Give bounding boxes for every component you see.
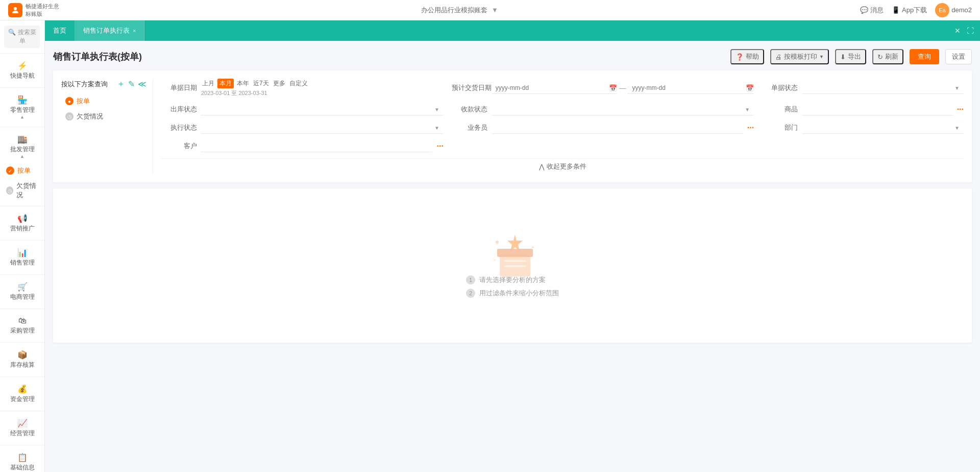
receipt-status-select-wrapper: ▼ (492, 103, 754, 115)
sidebar-item-ecommerce[interactable]: 🛒 电商管理 (0, 278, 44, 305)
filter-row-3: 执行状态 ▼ 业务员 (161, 122, 964, 134)
date-shortcut-7days[interactable]: 近7天 (252, 79, 270, 88)
out-status-select[interactable] (201, 103, 444, 115)
add-scheme-icon[interactable]: ＋ (117, 79, 125, 89)
status-select[interactable] (802, 82, 964, 94)
date-shortcut-this-year[interactable]: 本年 (236, 79, 250, 88)
expected-date-end-input[interactable] (628, 82, 754, 94)
customer-ellipsis-btn[interactable]: ··· (436, 141, 443, 151)
app-download-action[interactable]: 📱 App下载 (892, 6, 927, 15)
breadcrumb: 办公用品行业模拟账套 (421, 6, 487, 15)
top-header: 畅捷通好生意 标账版 办公用品行业模拟账套 ▼ 💬 消息 📱 App下载 Ea … (0, 0, 980, 20)
sales-section: 📊 销售管理 (0, 241, 44, 275)
download-icon: 📱 (892, 6, 900, 14)
filter-option-arrears[interactable]: ◷ 欠货情况 (61, 109, 146, 124)
finance-icon: 💰 (17, 384, 28, 394)
dept-select[interactable] (802, 122, 964, 134)
svg-point-8 (494, 259, 496, 261)
sidebar-item-sales-mgmt[interactable]: 📊 销售管理 (0, 244, 44, 271)
date-shortcuts: 上月 本月 本年 近7天 更多 自定义 (201, 79, 444, 88)
arrears-scheme-icon: ◷ (65, 112, 74, 121)
refresh-button[interactable]: ↻ 刷新 (872, 49, 903, 64)
empty-step-2: 2 用过滤条件来缩小分析范围 (466, 289, 559, 298)
filter-row-4: 客户 ··· (161, 140, 964, 152)
sidebar-item-basic-info[interactable]: 📋 基础信息 (0, 449, 44, 472)
user-profile[interactable]: Ea demo2 (935, 3, 972, 17)
date-shortcut-last-month[interactable]: 上月 (201, 79, 215, 88)
purchase-section: 🛍 采购管理 (0, 309, 44, 343)
retail-arrow: ▲ (20, 114, 24, 120)
message-action[interactable]: 💬 消息 (860, 6, 884, 15)
svg-point-0 (14, 7, 17, 10)
collapse-sidebar-icon[interactable]: ≪ (138, 79, 146, 89)
marketing-icon: 📢 (17, 214, 28, 223)
date-shortcut-custom[interactable]: 自定义 (288, 79, 309, 88)
filter-sidebar-actions: ＋ ✎ ≪ (117, 79, 146, 89)
page-header-actions: ❓ 帮助 🖨 按模板打印 ▼ ⬇ 导出 ↻ 刷新 (730, 49, 972, 64)
svg-point-6 (496, 241, 499, 244)
wholesale-icon: 🏬 (17, 134, 28, 144)
tab-close-icon[interactable]: × (133, 28, 136, 34)
calendar-start-icon[interactable]: 📅 (609, 84, 617, 92)
expected-date-label: 预计交货日期 (452, 83, 487, 92)
print-button[interactable]: 🖨 按模板打印 ▼ (770, 49, 829, 64)
sidebar-sub-order[interactable]: ✓ 按单 (0, 163, 44, 178)
basic-info-section: 📋 基础信息 (0, 445, 44, 472)
salesperson-label: 业务员 (452, 123, 487, 132)
receipt-status-label: 收款状态 (452, 105, 487, 114)
sidebar-item-inventory[interactable]: 📦 库存核算 (0, 346, 44, 373)
sidebar-item-finance[interactable]: 💰 资金管理 (0, 380, 44, 408)
header-left: 畅捷通好生意 标账版 (8, 3, 59, 17)
retail-section: 🏪 零售管理 ▲ (0, 88, 44, 127)
sidebar-item-marketing[interactable]: 📢 营销推广 (0, 209, 44, 237)
tab-home[interactable]: 首页 (45, 20, 75, 41)
expected-date-start-input[interactable] (492, 82, 618, 94)
finance-section: 💰 资金管理 (0, 377, 44, 411)
dept-select-wrapper: ▼ (802, 122, 964, 134)
search-menu-button[interactable]: 🔍 搜索菜单 (4, 26, 40, 48)
date-shortcut-more[interactable]: 更多 (272, 79, 286, 88)
tab-sales-order-exec[interactable]: 销售订单执行表 × (75, 20, 144, 41)
filter-field-dept: 部门 ▼ (762, 122, 964, 134)
sidebar-item-purchase[interactable]: 🛍 采购管理 (0, 312, 44, 339)
tab-close-window-icon[interactable]: ✕ (954, 27, 961, 35)
export-button[interactable]: ⬇ 导出 (835, 49, 866, 64)
customer-input[interactable] (201, 140, 432, 152)
salesperson-ellipsis-btn[interactable]: ··· (747, 123, 754, 132)
wholesale-arrow: ▲ (20, 154, 24, 159)
settings-button[interactable]: 设置 (945, 49, 972, 64)
filter-option-order[interactable]: ● 按单 (61, 93, 146, 109)
operations-section: 📈 经营管理 (0, 411, 44, 445)
edit-scheme-icon[interactable]: ✎ (128, 79, 135, 89)
salesperson-input[interactable] (492, 122, 743, 134)
exec-status-select[interactable] (201, 122, 444, 134)
query-button[interactable]: 查询 (910, 49, 939, 64)
order-icon: ✓ (6, 167, 14, 175)
filter-field-receipt-status: 收款状态 ▼ (452, 103, 754, 115)
help-button[interactable]: ❓ 帮助 (730, 49, 764, 64)
sidebar-item-wholesale-mgmt[interactable]: 🏬 批发管理 ▲ (0, 130, 44, 163)
tab-expand-icon[interactable]: ⛶ (967, 27, 974, 35)
goods-ellipsis-btn[interactable]: ··· (957, 105, 964, 114)
exec-status-label: 执行状态 (161, 123, 197, 132)
calendar-end-icon[interactable]: 📅 (746, 84, 754, 92)
goods-input[interactable] (802, 103, 953, 115)
sidebar-item-operations[interactable]: 📈 经营管理 (0, 414, 44, 442)
date-shortcut-this-month[interactable]: 本月 (217, 79, 234, 88)
sidebar-item-quick-nav[interactable]: ⚡ 快捷导航 (0, 57, 44, 84)
quick-nav-icon: ⚡ (17, 61, 28, 70)
filter-sidebar-header: 按以下方案查询 ＋ ✎ ≪ (61, 79, 146, 89)
collapse-filters-button[interactable]: ⋀ 收起更多条件 (161, 158, 964, 174)
filter-field-exec-status: 执行状态 ▼ (161, 122, 444, 134)
collapse-icon: ⋀ (539, 163, 545, 171)
logo-text: 畅捷通好生意 标账版 (26, 3, 59, 17)
empty-state: 1 请先选择要分析的方案 2 用过滤条件来缩小分析范围 (53, 188, 972, 343)
breadcrumb-arrow[interactable]: ▼ (492, 6, 498, 14)
filter-field-salesperson: 业务员 ··· (452, 122, 754, 134)
receipt-status-select[interactable] (492, 103, 754, 115)
sidebar-sub-arrears[interactable]: ◷ 欠货情况 (0, 178, 44, 203)
empty-state-icon (489, 229, 535, 275)
basic-info-icon: 📋 (17, 453, 28, 462)
sidebar-item-retail-mgmt[interactable]: 🏪 零售管理 ▲ (0, 91, 44, 124)
out-status-select-wrapper: ▼ (201, 103, 444, 115)
